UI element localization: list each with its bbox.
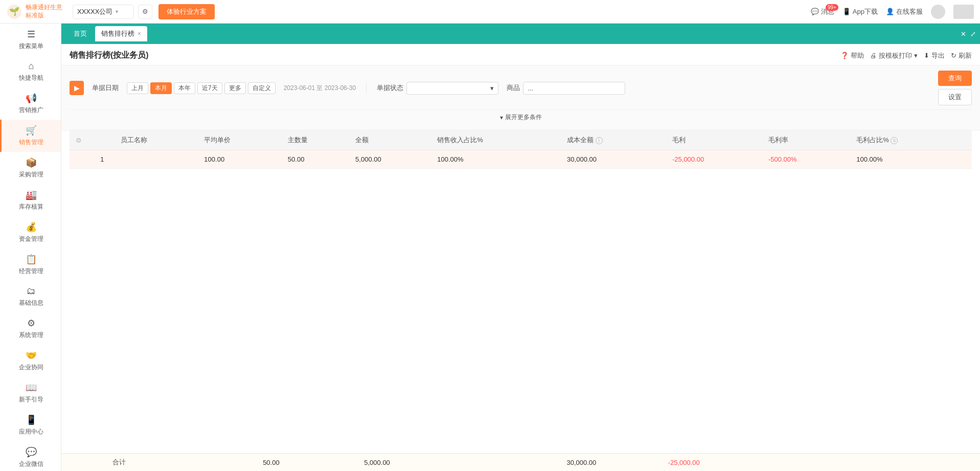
export-btn[interactable]: ⬇ 导出	[924, 51, 945, 60]
page-title: 销售排行榜(按业务员)	[70, 50, 149, 61]
finance-icon: 💰	[26, 221, 37, 233]
row-rank: 1	[88, 150, 117, 169]
logo-text: 畅康通好生意 标准版	[26, 4, 62, 19]
row-gross: -25,000.00	[668, 150, 764, 169]
sidebar-item-finance[interactable]: 💰 资金管理	[0, 216, 61, 249]
sidebar-item-inventory[interactable]: 🏭 库存核算	[0, 184, 61, 216]
footer-amount: 5,000.00	[360, 459, 461, 466]
date-label: 单据日期	[92, 83, 119, 93]
sidebar-item-cooperation[interactable]: 🤝 企业协同	[0, 345, 61, 377]
date-more-btn[interactable]: 更多	[224, 82, 246, 94]
table-row: 1 100.00 50.00 5,000.00 100.00% 30,000.0…	[70, 150, 972, 169]
goods-select[interactable]: ...	[523, 82, 625, 95]
wechat-icon: 💬	[26, 446, 37, 458]
filter-row: ▶ 单据日期 上月 本月 本年 近7天 更多 自定义 2023-06-01 至 …	[70, 71, 972, 105]
help-icon: ❓	[840, 52, 849, 59]
sidebar-label-search: 搜索菜单	[19, 42, 43, 51]
tab-close-icon[interactable]: ×	[138, 30, 141, 37]
marketing-icon: 📢	[26, 93, 37, 104]
tab-bar: 首页 销售排行榜 × ✕ ⤢	[61, 24, 980, 44]
sidebar-label-finance: 资金管理	[19, 235, 43, 243]
query-btn[interactable]: 查询	[938, 71, 972, 86]
col-settings[interactable]: ⚙	[70, 130, 88, 150]
sidebar-item-operation[interactable]: 📋 经营管理	[0, 249, 61, 281]
gross-pct-info-icon[interactable]: s	[891, 137, 898, 144]
expand-conditions-btn[interactable]: ▾ 展开更多条件	[70, 109, 972, 125]
app-icon: 📱	[842, 8, 851, 15]
sidebar-item-search[interactable]: ☰ 搜索菜单	[0, 24, 61, 56]
row-amount: 5,000.00	[351, 150, 433, 169]
cooperation-icon: 🤝	[26, 350, 37, 361]
top-header: 🌱 畅康通好生意 标准版 XXXXX公司 ▾ ⚙ 体验行业方案 💬 消息 99+…	[0, 0, 980, 24]
date-prev-btn[interactable]: 上月	[127, 82, 148, 94]
print-btn[interactable]: 🖨 按模板打印 ▾	[870, 51, 918, 60]
app-download-btn[interactable]: 📱 App下载	[842, 7, 878, 16]
sidebar-label-system: 系统管理	[19, 331, 43, 340]
company-name: XXXXX公司	[77, 7, 112, 16]
logo-area: 🌱 畅康通好生意 标准版	[6, 4, 67, 20]
sidebar-item-wechat[interactable]: 💬 企业微信	[0, 441, 61, 471]
filter-collapse-btn[interactable]: ▶	[70, 81, 84, 95]
row-cost: 30,000.00	[563, 150, 668, 169]
page-header: 销售排行榜(按业务员) ❓ 帮助 🖨 按模板打印 ▾ ⬇ 导出	[61, 44, 980, 65]
date-this-year-btn[interactable]: 本年	[174, 82, 195, 94]
tab-sales-ranking[interactable]: 销售排行榜 ×	[95, 26, 147, 41]
footer-total-label: 合计	[112, 458, 153, 467]
content-area: 首页 销售排行榜 × ✕ ⤢ 销售排行榜(按业务员) ❓ 帮助	[61, 24, 980, 471]
page-actions: ❓ 帮助 🖨 按模板打印 ▾ ⬇ 导出 ↻ 刷新	[840, 51, 972, 60]
status-chevron-icon: ▾	[490, 84, 494, 92]
apps-icon: 📱	[26, 414, 37, 425]
tab-home[interactable]: 首页	[65, 25, 95, 42]
trial-btn[interactable]: 体验行业方案	[158, 4, 215, 19]
system-icon: ⚙	[27, 318, 35, 329]
row-settings-col	[70, 150, 88, 169]
status-select[interactable]: ▾	[406, 82, 498, 95]
avatar[interactable]	[931, 5, 945, 19]
status-label: 单据状态	[377, 83, 403, 93]
sidebar-label-inventory: 库存核算	[19, 203, 43, 211]
table-footer: 合计 50.00 5,000.00 30,000.00 -25,000.00	[61, 453, 980, 471]
date-custom-btn[interactable]: 自定义	[248, 82, 276, 94]
inventory-icon: 🏭	[26, 189, 37, 200]
date-7days-btn[interactable]: 近7天	[197, 82, 222, 94]
svg-text:🌱: 🌱	[9, 7, 19, 16]
filter-area: ▶ 单据日期 上月 本月 本年 近7天 更多 自定义 2023-06-01 至 …	[61, 65, 980, 130]
col-employee-name: 员工名称	[117, 130, 200, 150]
sidebar-item-system[interactable]: ⚙ 系统管理	[0, 312, 61, 345]
online-service-btn[interactable]: 👤 在线客服	[886, 7, 923, 16]
goods-filter: 商品 ...	[507, 82, 625, 95]
guide-icon: 📖	[26, 382, 37, 393]
refresh-btn[interactable]: ↻ 刷新	[951, 51, 972, 60]
status-filter: 单据状态 ▾	[377, 82, 498, 95]
filter-settings-btn[interactable]: 设置	[938, 89, 972, 105]
sidebar-item-guide[interactable]: 📖 新手引导	[0, 377, 61, 409]
tab-right-actions: ✕ ⤢	[961, 30, 976, 38]
message-icon: 💬	[811, 8, 819, 15]
company-selector[interactable]: XXXXX公司 ▾	[73, 5, 134, 19]
sidebar-item-marketing[interactable]: 📢 营销推广	[0, 87, 61, 120]
row-sales-pct: 100.00%	[433, 150, 563, 169]
sidebar-label-guide: 新手引导	[19, 395, 43, 404]
footer-gross: -25,000.00	[664, 459, 765, 466]
message-btn[interactable]: 💬 消息 99+	[811, 7, 834, 16]
cost-info-icon[interactable]: i	[596, 137, 603, 144]
sidebar-item-apps[interactable]: 📱 应用中心	[0, 409, 61, 441]
sidebar-item-shortcut[interactable]: ⌂ 快捷导航	[0, 56, 61, 87]
sidebar-item-sales[interactable]: 🛒 销售管理	[0, 120, 61, 152]
tab-minimize-icon[interactable]: ✕	[961, 30, 966, 38]
print-icon: 🖨	[870, 52, 877, 59]
sidebar-item-purchase[interactable]: 📦 采购管理	[0, 152, 61, 184]
query-col: 查询 设置	[938, 71, 972, 105]
help-btn[interactable]: ❓ 帮助	[840, 51, 864, 60]
operation-icon: 📋	[26, 254, 37, 265]
sidebar-item-basic[interactable]: 🗂 基础信息	[0, 281, 61, 312]
user-name[interactable]	[953, 5, 974, 19]
date-this-month-btn[interactable]: 本月	[150, 82, 172, 94]
print-chevron-icon: ▾	[914, 52, 918, 59]
tab-maximize-icon[interactable]: ⤢	[970, 30, 976, 38]
row-avg-price: 100.00	[200, 150, 284, 169]
col-qty: 主数量	[284, 130, 351, 150]
col-avg-price: 平均单价	[200, 130, 284, 150]
settings-icon[interactable]: ⚙	[138, 5, 152, 19]
sidebar-label-wechat: 企业微信	[19, 460, 43, 468]
